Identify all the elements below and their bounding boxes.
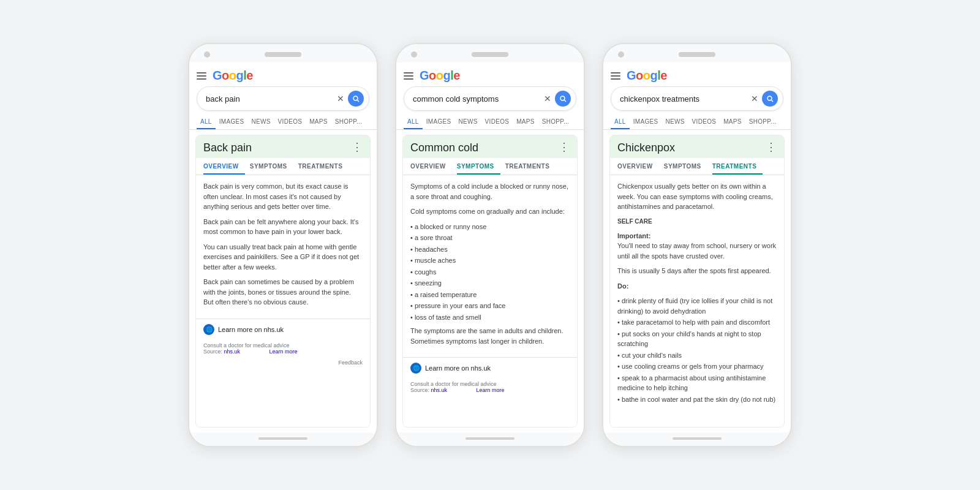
search-button[interactable] [348,91,364,107]
nav-tabs-3: ALL IMAGES NEWS VIDEOS MAPS SHOPP... [603,115,791,130]
source-row-2: Source: nhs.uk Learn more [410,387,570,393]
bullet-item: • coughs [410,267,570,277]
source-link-2[interactable]: nhs.uk [431,387,448,393]
do-item: • speak to a pharmacist about using anti… [617,373,777,393]
self-care-label: SELF CARE [617,217,777,226]
feedback-row: Feedback [196,358,370,369]
search-bar-2[interactable]: ✕ [404,86,576,111]
knowledge-card-common-cold: Common cold ⋮ OVERVIEW SYMPTOMS TREATMEN… [402,135,578,428]
hamburger-menu-icon-3[interactable] [611,72,620,80]
search-button-3[interactable] [762,91,778,107]
learn-more-row-2[interactable]: 🌐 Learn more on nhs.uk [403,357,577,379]
tab-all[interactable]: ALL [197,115,216,129]
search-input-3[interactable] [620,94,751,104]
body-subintro-2: Cold symptoms come on gradually and can … [410,206,570,217]
phone-camera-3 [618,51,624,58]
tab-maps[interactable]: MAPS [306,115,331,129]
tab-all-2[interactable]: ALL [404,115,423,129]
do-item: • take paracetamol to help with pain and… [617,317,777,328]
feedback-label[interactable]: Feedback [338,360,363,366]
footer-learn-more-2[interactable]: Learn more [477,387,505,393]
do-item: • use cooling creams or gels from your p… [617,361,777,372]
home-indicator-2 [466,437,514,440]
search-input[interactable] [206,94,337,104]
svg-point-0 [353,96,358,100]
tab-videos-3[interactable]: VIDEOS [688,115,720,129]
card-footer: Consult a doctor for medical advice Sour… [196,340,370,358]
tab-maps-3[interactable]: MAPS [720,115,745,129]
tab-images[interactable]: IMAGES [216,115,248,129]
phone-camera-2 [411,51,417,58]
google-header-3: Google [603,62,791,86]
body-intro-3: Chickenpox usually gets better on its ow… [617,181,777,212]
bullet-item: • a sore throat [410,233,570,243]
phone-content-common-cold: Google ✕ ALL IMAGES NEWS VIDEOS MAPS SHO… [396,62,584,432]
clear-icon-3[interactable]: ✕ [751,94,758,104]
body-outro-2: The symptoms are the same in adults and … [410,326,570,346]
svg-line-1 [357,100,359,102]
google-header-2: Google [396,62,584,86]
home-indicator-3 [673,437,722,440]
google-logo-2: Google [420,69,460,83]
learn-more-label[interactable]: Learn more on nhs.uk [218,326,284,333]
phones-container: Google ✕ ALL IMAGES NEWS VIDEOS MAPS SHO… [164,18,816,472]
do-item: • put socks on your child's hands at nig… [617,329,777,349]
card-tab-treatments-2[interactable]: TREATMENTS [505,158,556,175]
card-tab-symptoms-3[interactable]: SYMPTOMS [664,158,707,175]
card-tab-overview-2[interactable]: OVERVIEW [410,158,452,175]
card-tab-treatments[interactable]: TREATMENTS [298,158,349,175]
learn-more-row[interactable]: 🌐 Learn more on nhs.uk [196,318,370,340]
nhs-globe-icon: 🌐 [203,324,214,335]
card-footer-2: Consult a doctor for medical advice Sour… [403,379,577,397]
tab-news[interactable]: NEWS [247,115,274,129]
body-para-2: Back pain can be felt anywhere along you… [203,217,363,237]
card-tab-symptoms-2[interactable]: SYMPTOMS [457,158,500,175]
bullet-item: • loss of taste and smell [410,312,570,323]
tab-images-3[interactable]: IMAGES [630,115,662,129]
card-tab-treatments-3[interactable]: TREATMENTS [712,158,763,175]
tab-news-3[interactable]: NEWS [662,115,688,129]
card-tab-symptoms[interactable]: SYMPTOMS [250,158,293,175]
phone-speaker-3 [679,52,715,57]
home-indicator [258,437,307,440]
knowledge-card-back-pain: Back pain ⋮ OVERVIEW SYMPTOMS TREATMENTS… [195,135,371,428]
card-tab-overview-3[interactable]: OVERVIEW [617,158,659,175]
tab-shopping[interactable]: SHOPP... [331,115,366,129]
clear-icon[interactable]: ✕ [337,94,344,104]
card-body: Back pain is very common, but its exact … [196,175,370,318]
card-title-3: Chickenpox [617,141,675,154]
hamburger-menu-icon[interactable] [197,72,206,80]
search-button-2[interactable] [555,91,571,107]
bullet-item: • muscle aches [410,255,570,266]
search-input-2[interactable] [413,94,544,104]
bullet-item: • a blocked or runny nose [410,222,570,232]
more-options-icon[interactable]: ⋮ [352,141,363,153]
phone-speaker [265,52,301,57]
phone-speaker-right [356,51,362,58]
clear-icon-2[interactable]: ✕ [544,94,551,104]
hamburger-menu-icon-2[interactable] [404,72,413,80]
important-label: Important:You'll need to stay away from … [617,231,777,262]
days-text: This is usually 5 days after the spots f… [617,266,777,276]
do-label: Do: [617,281,777,292]
tab-shopping-3[interactable]: SHOPP... [745,115,780,129]
learn-more-label-2[interactable]: Learn more on nhs.uk [425,364,491,372]
more-options-icon-2[interactable]: ⋮ [559,141,570,153]
card-body-3: Chickenpox usually gets better on its ow… [610,175,784,413]
card-tab-overview[interactable]: OVERVIEW [203,158,245,175]
tab-images-2[interactable]: IMAGES [423,115,455,129]
consult-text-2: Consult a doctor for medical advice [410,381,570,387]
tab-shopping-2[interactable]: SHOPP... [538,115,573,129]
search-bar[interactable]: ✕ [197,86,369,111]
more-options-icon-3[interactable]: ⋮ [766,141,777,153]
footer-learn-more[interactable]: Learn more [270,349,298,355]
card-header-2: Common cold ⋮ [403,135,577,158]
tab-all-3[interactable]: ALL [611,115,630,129]
tab-videos-2[interactable]: VIDEOS [481,115,513,129]
tab-news-2[interactable]: NEWS [454,115,481,129]
search-bar-3[interactable]: ✕ [611,86,783,111]
source-link[interactable]: nhs.uk [224,349,241,355]
source-row: Source: nhs.uk Learn more [203,349,363,355]
tab-maps-2[interactable]: MAPS [513,115,538,129]
tab-videos[interactable]: VIDEOS [274,115,306,129]
